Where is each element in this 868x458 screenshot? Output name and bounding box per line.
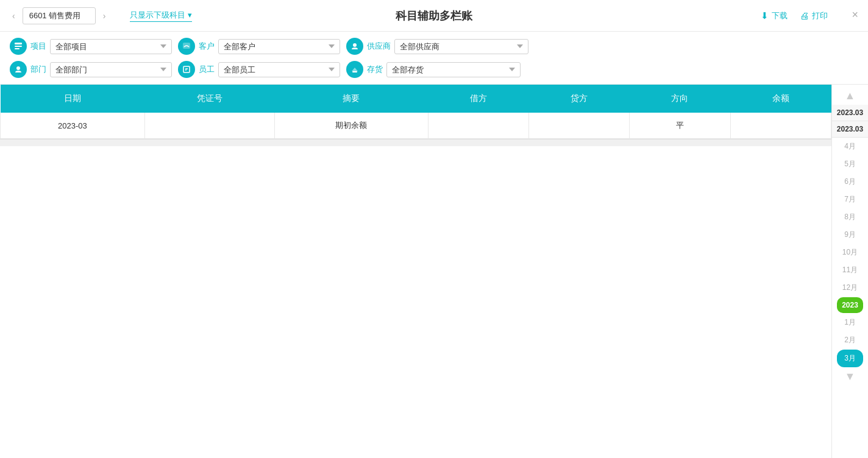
project-icon xyxy=(10,38,27,55)
table-row: 2023-03 期初余额 平 xyxy=(1,113,831,139)
svg-rect-0 xyxy=(15,43,22,44)
supplier-label: 供应商 xyxy=(367,41,391,52)
filter-item-employee: 员工 全部员工 xyxy=(178,61,340,78)
svg-rect-1 xyxy=(15,46,22,47)
print-icon: 🖨 xyxy=(800,10,809,21)
show-sub-chevron: ▾ xyxy=(188,10,192,19)
department-select[interactable]: 全部部门 xyxy=(50,62,172,77)
download-label: 下载 xyxy=(772,10,788,21)
download-button[interactable]: ⬇ 下载 xyxy=(761,10,788,21)
data-table: 日期 凭证号 摘要 借方 贷方 方向 余额 2023-03 期初余额 xyxy=(0,85,831,139)
timeline-month-10[interactable]: 10月 xyxy=(832,244,868,261)
table-area: 日期 凭证号 摘要 借方 贷方 方向 余额 2023-03 期初余额 xyxy=(0,85,831,458)
print-button[interactable]: 🖨 打印 xyxy=(800,10,828,21)
customer-label: 客户 xyxy=(199,41,215,52)
show-sub-button[interactable]: 只显示下级科目 ▾ xyxy=(130,10,192,22)
timeline-month-9[interactable]: 9月 xyxy=(832,226,868,244)
svg-point-5 xyxy=(16,66,20,70)
timeline-month-6[interactable]: 6月 xyxy=(832,173,868,191)
horizontal-scrollbar[interactable] xyxy=(0,139,831,146)
timeline-header-1: 2023.03 xyxy=(832,105,868,121)
supplier-icon xyxy=(346,38,363,55)
filter-item-inventory: 存货 全部存货 xyxy=(346,61,521,78)
filter-item-supplier: 供应商 全部供应商 xyxy=(346,38,528,55)
timeline-month-4[interactable]: 4月 xyxy=(832,138,868,155)
svg-rect-7 xyxy=(352,71,357,72)
filter-item-customer: 客户 全部客户 xyxy=(178,38,340,55)
filter-row-1: 项目 全部项目 客户 全部客户 xyxy=(10,38,528,55)
print-label: 打印 xyxy=(812,10,828,21)
cell-balance xyxy=(730,113,831,139)
svg-rect-6 xyxy=(183,66,190,72)
timeline-month-2[interactable]: 2月 xyxy=(832,331,868,349)
timeline-header-2: 2023.03 xyxy=(832,121,868,138)
account-code-input[interactable]: 6601 销售费用 xyxy=(23,7,96,24)
page-title: 科目辅助多栏账 xyxy=(396,9,472,23)
col-voucher: 凭证号 xyxy=(144,85,275,113)
timeline-year-2023[interactable]: 2023 xyxy=(837,297,863,313)
main-window: ‹ 6601 销售费用 › 只显示下级科目 ▾ 科目辅助多栏账 ⬇ 下载 🖨 打… xyxy=(0,0,868,458)
next-account-button[interactable]: › xyxy=(101,9,108,23)
timeline-month-7[interactable]: 7月 xyxy=(832,191,868,208)
timeline-month-11[interactable]: 11月 xyxy=(832,261,868,279)
inventory-label: 存货 xyxy=(367,64,383,75)
filter-bar: 项目 全部项目 客户 全部客户 xyxy=(0,32,868,85)
department-icon xyxy=(10,61,27,78)
filter-row-2: 部门 全部部门 员工 全部员工 xyxy=(10,61,521,78)
project-select[interactable]: 全部项目 xyxy=(50,39,172,54)
svg-point-4 xyxy=(353,43,357,47)
col-summary: 摘要 xyxy=(275,85,428,113)
inventory-icon xyxy=(346,61,363,78)
supplier-select[interactable]: 全部供应商 xyxy=(394,39,528,54)
title-right: ⬇ 下载 🖨 打印 xyxy=(761,10,858,21)
download-icon: ⬇ xyxy=(761,10,769,21)
col-credit: 贷方 xyxy=(529,85,630,113)
svg-rect-2 xyxy=(15,48,20,49)
cell-voucher xyxy=(144,113,275,139)
employee-select[interactable]: 全部员工 xyxy=(218,62,340,77)
timeline-month-1[interactable]: 1月 xyxy=(832,314,868,331)
cell-direction: 平 xyxy=(630,113,730,139)
table-header-row: 日期 凭证号 摘要 借方 贷方 方向 余额 xyxy=(1,85,831,113)
col-date: 日期 xyxy=(1,85,145,113)
cell-summary: 期初余额 xyxy=(275,113,428,139)
timeline-month-12[interactable]: 12月 xyxy=(832,279,868,297)
employee-icon xyxy=(178,61,195,78)
employee-label: 员工 xyxy=(199,64,215,75)
inventory-select[interactable]: 全部存货 xyxy=(386,62,521,77)
customer-select[interactable]: 全部客户 xyxy=(218,39,340,54)
filter-item-department: 部门 全部部门 xyxy=(10,61,172,78)
timeline-month-3-active[interactable]: 3月 xyxy=(837,350,863,367)
title-left: ‹ 6601 销售费用 › 只显示下级科目 ▾ xyxy=(10,7,192,24)
project-label: 项目 xyxy=(30,41,46,52)
col-debit: 借方 xyxy=(428,85,528,113)
timeline-month-5[interactable]: 5月 xyxy=(832,155,868,173)
filter-item-project: 项目 全部项目 xyxy=(10,38,172,55)
prev-account-button[interactable]: ‹ xyxy=(10,9,18,23)
title-bar: ‹ 6601 销售费用 › 只显示下级科目 ▾ 科目辅助多栏账 ⬇ 下载 🖨 打… xyxy=(0,0,868,32)
close-button[interactable]: × xyxy=(852,9,858,21)
timeline-down-button[interactable]: ▼ xyxy=(842,368,858,386)
main-content: 日期 凭证号 摘要 借方 贷方 方向 余额 2023-03 期初余额 xyxy=(0,85,868,458)
timeline-sidebar: ▲ 2023.03 2023.03 4月 5月 6月 7月 8月 9月 10月 … xyxy=(831,85,868,458)
department-label: 部门 xyxy=(30,64,46,75)
cell-date: 2023-03 xyxy=(1,113,145,139)
cell-debit xyxy=(428,113,528,139)
cell-credit xyxy=(529,113,630,139)
timeline-up-button[interactable]: ▲ xyxy=(842,87,858,105)
col-direction: 方向 xyxy=(630,85,730,113)
customer-icon xyxy=(178,38,195,55)
timeline-month-8[interactable]: 8月 xyxy=(832,208,868,226)
show-sub-label: 只显示下级科目 xyxy=(130,10,185,21)
col-balance: 余额 xyxy=(730,85,831,113)
